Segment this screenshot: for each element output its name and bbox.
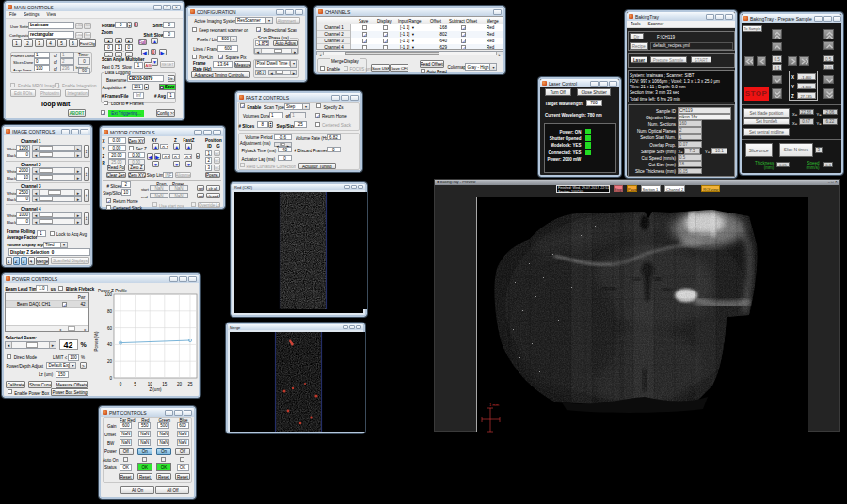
svg-text:10: 10 (148, 382, 153, 386)
svg-text:5: 5 (134, 382, 136, 386)
svg-text:1 mm: 1 mm (489, 402, 500, 407)
svg-text:25: 25 (187, 382, 193, 386)
svg-text:Power Z-Profile: Power Z-Profile (98, 289, 128, 293)
svg-text:0: 0 (109, 376, 112, 381)
svg-text:15: 15 (162, 382, 168, 386)
svg-text:40: 40 (107, 342, 113, 347)
svg-text:0: 0 (120, 382, 122, 386)
svg-text:Z (um): Z (um) (149, 387, 162, 392)
svg-text:20: 20 (177, 382, 183, 386)
svg-text:60: 60 (107, 326, 113, 331)
svg-text:100: 100 (104, 292, 112, 297)
svg-text:Power (%): Power (%) (94, 331, 99, 352)
svg-text:20: 20 (107, 359, 113, 364)
svg-text:80: 80 (107, 309, 113, 314)
